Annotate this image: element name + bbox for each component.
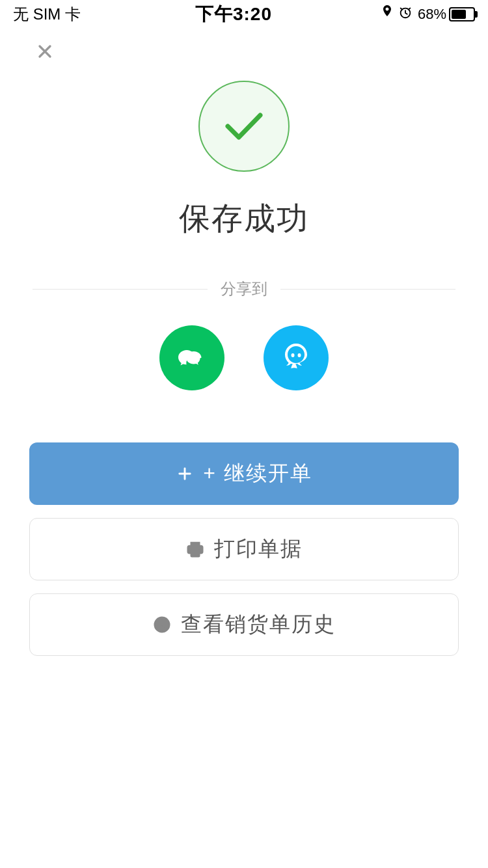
qq-share-button[interactable] [264,325,329,390]
status-right: 68% [381,5,475,23]
battery-box [449,7,475,21]
location-icon [381,5,393,23]
status-time: 下午3:20 [195,2,272,27]
continue-order-button[interactable]: + 继续开单 [29,442,459,505]
success-title: 保存成功 [179,198,309,239]
continue-order-label: + 继续开单 [203,459,312,488]
svg-point-2 [193,357,195,359]
action-buttons: + 继续开单 打印单据 查看销货单历史 [29,442,459,656]
battery-percentage: 68% [418,6,446,23]
status-left: 无 SIM 卡 [13,4,86,25]
divider-line-right [280,289,455,290]
svg-point-5 [291,353,295,357]
svg-rect-7 [191,550,200,556]
share-section: 分享到 [0,278,488,390]
success-circle [198,81,290,172]
print-icon [185,539,205,559]
print-label: 打印单据 [214,535,303,563]
alarm-icon [398,5,413,23]
svg-point-4 [187,357,189,359]
carrier-label: 无 SIM 卡 [13,4,81,25]
share-divider: 分享到 [33,278,455,299]
close-button[interactable] [29,35,61,68]
qq-icon [277,338,316,377]
share-icons [33,325,455,390]
wechat-icon [172,338,211,377]
share-label: 分享到 [221,278,267,299]
plus-icon [176,465,194,483]
battery-indicator: 68% [418,6,475,23]
print-button[interactable]: 打印单据 [29,518,459,580]
wechat-share-button[interactable] [159,325,224,390]
divider-line-left [33,289,208,290]
status-bar: 无 SIM 卡 下午3:20 68% [0,0,488,29]
history-button[interactable]: 查看销货单历史 [29,593,459,656]
history-icon [152,615,172,634]
svg-point-3 [184,357,186,359]
checkmark-icon [218,100,270,152]
battery-fill [452,10,466,19]
svg-point-6 [298,353,301,357]
svg-point-1 [190,357,192,359]
main-content: 保存成功 分享到 [0,29,488,656]
history-label: 查看销货单历史 [181,610,336,639]
